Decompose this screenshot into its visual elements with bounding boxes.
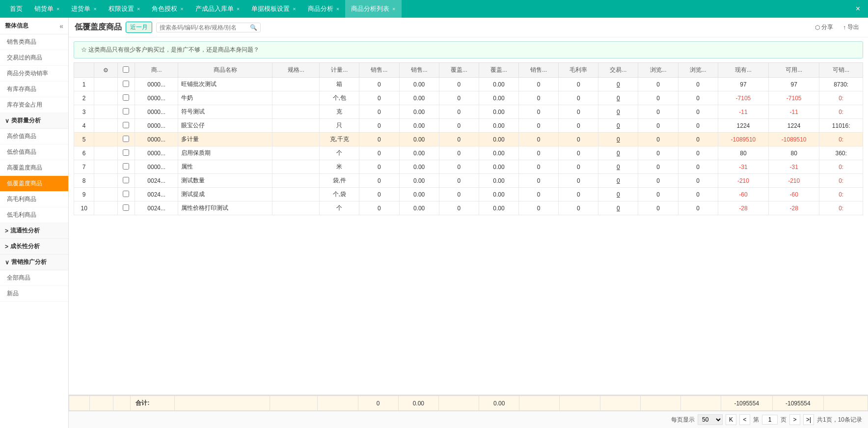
row-checkbox[interactable] — [123, 136, 129, 142]
close-finished-goods-tab[interactable]: × — [237, 0, 240, 18]
first-page-button[interactable]: K — [726, 414, 736, 425]
sidebar-item-sales-products[interactable]: 销售类商品 — [0, 34, 68, 50]
sales-qty-col-header[interactable]: 销售... — [359, 63, 399, 78]
transaction-cell[interactable]: 0 — [598, 91, 638, 105]
row-checkbox-cell[interactable] — [117, 160, 135, 174]
sidebar-item-category-turnover[interactable]: 商品分类动销率 — [0, 66, 68, 82]
close-role-tab[interactable]: × — [180, 0, 183, 18]
page-number-input[interactable] — [762, 415, 778, 425]
sidebar-item-traded-products[interactable]: 交易过的商品 — [0, 50, 68, 66]
current-stock-col-header[interactable]: 现有... — [718, 63, 768, 78]
row-checkbox[interactable] — [123, 81, 129, 87]
row-checkbox[interactable] — [123, 108, 129, 114]
sidebar-item-stock-capital[interactable]: 库存资金占用 — [0, 97, 68, 113]
row-checkbox[interactable] — [123, 149, 129, 156]
close-product-analysis-tab[interactable]: × — [336, 0, 339, 18]
transaction-col-header[interactable]: 交易... — [598, 63, 638, 78]
close-product-analysis-list-tab[interactable]: × — [392, 0, 395, 18]
row-checkbox-cell[interactable] — [117, 105, 135, 119]
export-button[interactable]: ↑ 导出 — [840, 22, 862, 33]
nav-tab-finished-goods[interactable]: 产成品入库单 × — [190, 0, 245, 18]
transaction-cell[interactable]: 0 — [598, 133, 638, 146]
close-purchase-order-tab[interactable]: × — [93, 0, 96, 18]
row-checkbox[interactable] — [123, 163, 129, 170]
sidebar-item-high-coverage[interactable]: 高覆盖度商品 — [0, 160, 68, 176]
row-checkbox-cell[interactable] — [117, 91, 135, 105]
transaction-cell[interactable]: 0 — [598, 105, 638, 119]
sellable-cell: 0: — [819, 105, 863, 119]
row-checkbox[interactable] — [123, 122, 129, 128]
close-template-tab[interactable]: × — [293, 0, 296, 18]
coverage2-col-header[interactable]: 覆盖... — [479, 63, 518, 78]
close-permission-tab[interactable]: × — [137, 0, 140, 18]
nav-tab-purchase-order[interactable]: 进货单 × — [65, 0, 102, 18]
sales-price-col-header[interactable]: 销售... — [518, 63, 558, 78]
sidebar-item-new-products[interactable]: 新品 — [0, 286, 68, 302]
row-checkbox[interactable] — [123, 204, 129, 211]
sidebar-item-high-margin[interactable]: 高毛利商品 — [0, 192, 68, 207]
share-button[interactable]: ⬡ 分享 — [812, 22, 836, 33]
unit-col-header[interactable]: 计量... — [320, 63, 359, 78]
row-checkbox-cell[interactable] — [117, 133, 135, 146]
nav-tab-permission[interactable]: 权限设置 × — [103, 0, 146, 18]
sidebar-item-all-products[interactable]: 全部商品 — [0, 270, 68, 286]
available-stock-col-header[interactable]: 可用... — [769, 63, 819, 78]
per-page-select[interactable]: 50 20 100 200 — [698, 414, 723, 425]
transaction-cell[interactable]: 0 — [598, 188, 638, 201]
settings-col-header[interactable]: ⚙ — [94, 63, 117, 78]
transaction-cell[interactable]: 0 — [598, 174, 638, 188]
table-row: 3 0000... 符号测试 克 0 0.00 0 0.00 0 0 0 0 0… — [74, 105, 863, 119]
row-checkbox-cell[interactable] — [117, 201, 135, 215]
next-page-button[interactable]: > — [789, 414, 800, 425]
nav-tab-product-analysis-list[interactable]: 商品分析列表 × — [345, 0, 401, 18]
nav-tab-role[interactable]: 角色授权 × — [146, 0, 189, 18]
sidebar-item-low-margin[interactable]: 低毛利商品 — [0, 207, 68, 223]
spec-col-header[interactable]: 规格... — [272, 63, 320, 78]
search-input[interactable] — [160, 24, 248, 31]
row-checkbox-cell[interactable] — [117, 188, 135, 201]
sidebar-item-low-value[interactable]: 低价值商品 — [0, 144, 68, 160]
sidebar-section-growth[interactable]: > 成长性分析 — [0, 239, 68, 255]
nav-tab-template[interactable]: 单据模板设置 × — [245, 0, 301, 18]
transaction-cell[interactable]: 0 — [598, 201, 638, 215]
row-checkbox[interactable] — [123, 191, 129, 197]
browse1-col-header[interactable]: 浏览... — [638, 63, 678, 78]
row-checkbox-cell[interactable] — [117, 78, 135, 91]
transaction-cell[interactable]: 0 — [598, 78, 638, 91]
gross-margin-col-header[interactable]: 毛利率 — [559, 63, 598, 78]
row-checkbox-cell[interactable] — [117, 146, 135, 160]
nav-tab-home[interactable]: 首页 — [4, 0, 28, 18]
checkbox-col-header[interactable] — [117, 63, 135, 78]
totals-sales-price-cell — [519, 396, 560, 411]
filter-recent-month-button[interactable]: 近一月 — [126, 22, 152, 33]
coverage1-col-header[interactable]: 覆盖... — [439, 63, 479, 78]
sidebar-section-cluster-analysis[interactable]: ∨ 类群量分析 — [0, 113, 68, 129]
sidebar-item-high-value[interactable]: 高价值商品 — [0, 129, 68, 144]
name-col-header[interactable]: 商品名称 — [178, 63, 272, 78]
row-checkbox[interactable] — [123, 94, 129, 101]
select-all-checkbox[interactable] — [123, 66, 129, 73]
code-col-header[interactable]: 商... — [135, 63, 178, 78]
last-page-button[interactable]: >| — [803, 414, 814, 425]
sidebar-section-liquidity[interactable]: > 流通性分析 — [0, 223, 68, 239]
sidebar-item-low-coverage[interactable]: 低覆盖度商品 — [0, 176, 68, 192]
browse2-col-header[interactable]: 浏览... — [678, 63, 718, 78]
window-close-button[interactable]: × — [852, 4, 864, 13]
sales-amt-col-header[interactable]: 销售... — [399, 63, 439, 78]
search-icon[interactable]: 🔍 — [250, 24, 257, 31]
sidebar-collapse-button[interactable]: « — [59, 22, 63, 30]
nav-tab-product-analysis[interactable]: 商品分析 × — [302, 0, 345, 18]
nav-tab-sales-order[interactable]: 销货单 × — [28, 0, 65, 18]
row-checkbox-cell[interactable] — [117, 174, 135, 188]
transaction-cell[interactable]: 0 — [598, 146, 638, 160]
sellable-col-header[interactable]: 可销... — [819, 63, 863, 78]
prev-page-button[interactable]: < — [739, 414, 750, 425]
transaction-cell[interactable]: 0 — [598, 160, 638, 174]
coverage2-cell: 0.00 — [479, 160, 518, 174]
sidebar-item-in-stock[interactable]: 有库存商品 — [0, 82, 68, 97]
close-sales-order-tab[interactable]: × — [56, 0, 59, 18]
row-checkbox[interactable] — [123, 177, 129, 183]
transaction-cell[interactable]: 0 — [598, 119, 638, 133]
sidebar-section-marketing[interactable]: ∨ 营销推广分析 — [0, 255, 68, 270]
row-checkbox-cell[interactable] — [117, 119, 135, 133]
